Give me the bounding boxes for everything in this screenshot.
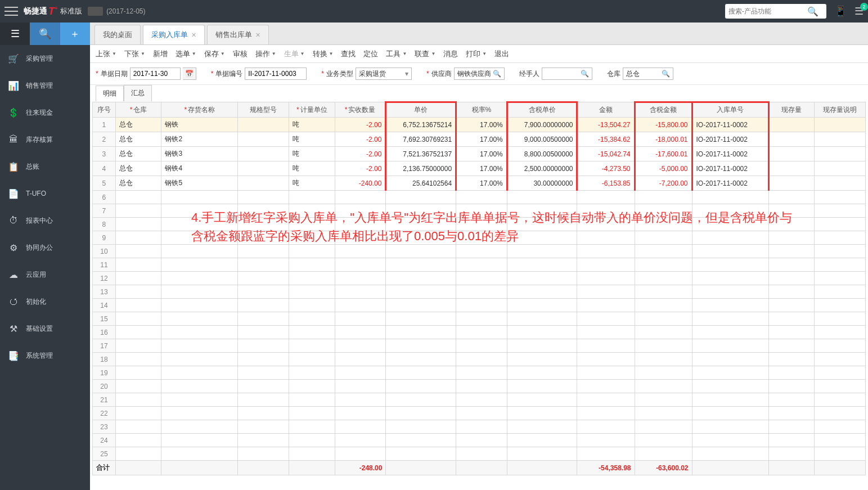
sidebar-search-icon[interactable]: 🔍: [30, 23, 60, 45]
sidebar-item-0[interactable]: 🛒采购管理: [0, 45, 90, 72]
data-grid[interactable]: 序号仓库存货名称规格型号计量单位实收数量单价税率%含税单价金额含税金额入库单号现…: [92, 101, 866, 475]
tab[interactable]: 销售出库单✕: [207, 25, 269, 44]
col-uom[interactable]: 计量单位: [289, 102, 335, 118]
edition-label: 标准版: [60, 6, 82, 16]
sidebar-item-1[interactable]: 📊销售管理: [0, 72, 90, 99]
toolbar-工具[interactable]: 工具▼: [386, 49, 407, 59]
grid-wrap[interactable]: 序号仓库存货名称规格型号计量单位实收数量单价税率%含税单价金额含税金额入库单号现…: [90, 101, 868, 490]
lookup-icon[interactable]: 🔍: [581, 70, 589, 78]
subtab-summary[interactable]: 汇总: [124, 85, 152, 101]
table-row[interactable]: 24: [93, 434, 866, 447]
col-spec[interactable]: 规格型号: [238, 102, 289, 118]
sidebar-label: 系统管理: [26, 351, 53, 361]
col-taxamt[interactable]: 含税金额: [635, 102, 692, 118]
table-row[interactable]: 20: [93, 380, 866, 393]
docno-input[interactable]: [245, 68, 307, 80]
table-row[interactable]: 21: [93, 393, 866, 407]
table-row[interactable]: 10: [93, 245, 866, 258]
close-icon[interactable]: ✕: [191, 32, 196, 39]
col-seq[interactable]: 序号: [93, 102, 116, 118]
table-row[interactable]: 3总仓钢铁3吨-2.007,521.3675213717.00%8,800.00…: [93, 147, 866, 161]
toolbar-联查[interactable]: 联查▼: [415, 49, 435, 59]
table-row[interactable]: 1总仓钢铁吨-2.006,752.1367521417.00%7,900.000…: [93, 118, 866, 132]
sidebar-item-2[interactable]: 💲往来现金: [0, 99, 90, 126]
global-search[interactable]: 🔍: [725, 4, 826, 19]
table-row[interactable]: 18: [93, 353, 866, 366]
toolbar-操作[interactable]: 操作▼: [255, 49, 276, 59]
table-row[interactable]: 11: [93, 258, 866, 272]
sidebar-item-8[interactable]: ☁云应用: [0, 261, 90, 288]
lookup-icon[interactable]: 🔍: [493, 70, 501, 78]
sidebar-item-3[interactable]: 🏛库存核算: [0, 126, 90, 153]
sidebar-item-4[interactable]: 📋总账: [0, 153, 90, 180]
col-amount[interactable]: 金额: [577, 102, 635, 118]
toolbar-定位[interactable]: 定位: [363, 49, 378, 59]
sidebar-menu-icon[interactable]: ☰: [0, 23, 30, 45]
tab[interactable]: 采购入库单✕: [143, 25, 205, 44]
toolbar-新增[interactable]: 新增: [153, 49, 168, 59]
col-onhanddesc[interactable]: 现存量说明: [815, 102, 866, 118]
handler-lookup[interactable]: 🔍: [542, 68, 592, 80]
table-row[interactable]: 19: [93, 366, 866, 380]
toolbar-消息[interactable]: 消息: [443, 49, 458, 59]
table-row[interactable]: 9: [93, 231, 866, 245]
toolbar-生单[interactable]: 生单▼: [284, 49, 305, 59]
table-row[interactable]: 2总仓钢铁2吨-2.007,692.3076923117.00%9,000.00…: [93, 132, 866, 147]
toolbar-上张[interactable]: 上张▼: [96, 49, 116, 59]
toolbar-打印[interactable]: 打印▼: [466, 49, 487, 59]
table-row[interactable]: 5总仓钢铁5吨-240.0025.6410256417.00%30.000000…: [93, 176, 866, 191]
col-taxrate[interactable]: 税率%: [456, 102, 507, 118]
list-icon[interactable]: ☰2: [854, 5, 863, 17]
mobile-icon[interactable]: 📱: [834, 5, 847, 17]
sidebar-label: T-UFO: [26, 190, 46, 197]
col-inv[interactable]: 存货名称: [161, 102, 238, 118]
col-inno[interactable]: 入库单号: [692, 102, 768, 118]
lookup-icon[interactable]: 🔍: [662, 70, 670, 78]
table-row[interactable]: 4总仓钢铁4吨-2.002,136.7500000017.00%2,500.00…: [93, 161, 866, 176]
toolbar-退出[interactable]: 退出: [494, 49, 509, 59]
close-icon[interactable]: ✕: [255, 32, 260, 39]
toolbar-选单[interactable]: 选单▼: [176, 49, 196, 59]
table-row[interactable]: 12: [93, 272, 866, 285]
sidebar-item-11[interactable]: 📑系统管理: [0, 342, 90, 369]
table-row[interactable]: 13: [93, 285, 866, 299]
col-qty[interactable]: 实收数量: [335, 102, 386, 118]
toolbar-审核[interactable]: 审核: [233, 49, 248, 59]
table-row[interactable]: 23: [93, 420, 866, 434]
search-icon[interactable]: 🔍: [807, 6, 818, 17]
table-row[interactable]: 17: [93, 339, 866, 353]
table-row[interactable]: 25: [93, 447, 866, 461]
biztype-select[interactable]: 采购退货▾: [356, 68, 412, 80]
warehouse-lookup[interactable]: 总仓🔍: [623, 68, 673, 80]
toolbar-下张[interactable]: 下张▼: [124, 49, 145, 59]
col-onhand[interactable]: 现存量: [768, 102, 815, 118]
table-row[interactable]: 16: [93, 326, 866, 339]
subtab-detail[interactable]: 明细: [96, 86, 124, 102]
logo-t-icon: T: [48, 6, 55, 17]
table-row[interactable]: 15: [93, 312, 866, 326]
sidebar-label: 报表中心: [26, 216, 53, 226]
menu-icon[interactable]: [5, 7, 18, 16]
date-input[interactable]: [130, 68, 181, 80]
sidebar-item-7[interactable]: ⚙协同办公: [0, 234, 90, 261]
col-wh[interactable]: 仓库: [115, 102, 161, 118]
table-row[interactable]: 6: [93, 191, 866, 204]
col-uprice[interactable]: 单价: [386, 102, 456, 118]
search-input[interactable]: [728, 7, 807, 15]
sidebar-item-6[interactable]: ⏱报表中心: [0, 207, 90, 234]
table-row[interactable]: 8: [93, 218, 866, 231]
sidebar-item-9[interactable]: ⭯初始化: [0, 288, 90, 315]
sidebar-item-5[interactable]: 📄T-UFO: [0, 180, 90, 207]
calendar-icon[interactable]: 📅: [183, 68, 196, 80]
tab[interactable]: 我的桌面: [95, 25, 141, 44]
sidebar-item-10[interactable]: ⚒基础设置: [0, 315, 90, 342]
toolbar-查找[interactable]: 查找: [341, 49, 356, 59]
toolbar-转换[interactable]: 转换▼: [313, 49, 334, 59]
table-row[interactable]: 22: [93, 407, 866, 420]
table-row[interactable]: 14: [93, 299, 866, 312]
col-taxprice[interactable]: 含税单价: [507, 102, 577, 118]
sidebar-add-icon[interactable]: ＋: [60, 23, 90, 45]
toolbar-保存[interactable]: 保存▼: [204, 49, 225, 59]
supplier-lookup[interactable]: 钢铁供应商🔍: [454, 68, 505, 80]
table-row[interactable]: 7: [93, 204, 866, 218]
